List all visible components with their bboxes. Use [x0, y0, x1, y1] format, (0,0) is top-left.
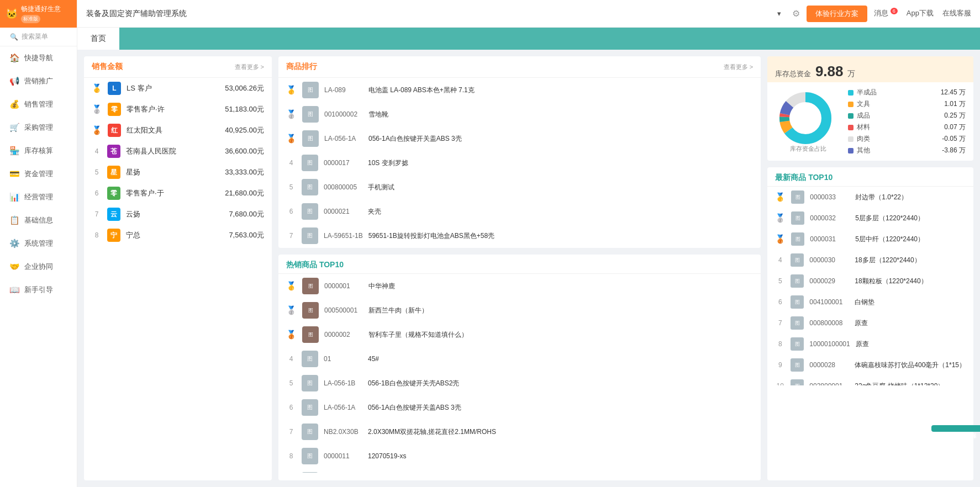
topbar: 装备及固定资产辅助管理系统 ▾ ⚙ 体验行业方案 消息 6 App下载 在线客服 — [77, 0, 980, 28]
message-label: 消息 — [874, 9, 888, 18]
legend-item-3: 材料 0.07 万 — [848, 123, 966, 132]
hot-product-row-2: 🥉 图 0000002 智利车子里（规格不知道填什么） — [278, 322, 761, 347]
latest-product-img-6: 图 — [791, 316, 804, 330]
hot-product-img-8: 图 — [302, 472, 318, 473]
sidebar-nav-item-2[interactable]: 💰销售管理 — [0, 93, 77, 116]
nav-label-6: 经营管理 — [24, 192, 53, 202]
customer-avatar-6: 云 — [107, 208, 120, 221]
legend-item-4: 肉类 -0.05 万 — [848, 134, 966, 144]
sales-ranking-more[interactable]: 查看更多 > — [235, 63, 264, 71]
latest-products-header: 最新商品 TOP10 — [767, 167, 973, 187]
product-rank-code-0: LA-089 — [324, 86, 363, 94]
hot-product-name-5: 056-1A白色按键开关盖ABS 3壳 — [368, 403, 753, 412]
rank-num: 6 — [92, 189, 102, 197]
hot-product-code-7: 0000011 — [324, 452, 362, 460]
customer-amount-6: 7,680.00元 — [229, 209, 264, 219]
nav-label-7: 基础信息 — [24, 215, 53, 225]
sidebar-nav-item-8[interactable]: ⚙️系统管理 — [0, 232, 77, 255]
legend-value-4: -0.05 万 — [942, 134, 966, 144]
donut-svg — [775, 88, 836, 149]
hot-product-name-0: 中华神鹿 — [368, 282, 753, 291]
hot-product-row-4: 5 图 LA-056-1B 056-1B白色按键开关壳ABS2壳 — [278, 371, 761, 395]
nav-icon-2: 💰 — [9, 99, 20, 109]
online-service-link[interactable]: 在线客服 — [942, 8, 971, 18]
sidebar-nav-item-7[interactable]: 📋基础信息 — [0, 209, 77, 232]
customer-row-0: 🥇 L LS 客户 53,006.26元 — [84, 78, 272, 99]
product-rank-img-6: 图 — [302, 227, 318, 244]
latest-product-row-3: 4 图 0000030 18多层（1220*2440） — [767, 250, 973, 271]
product-rank-name-2: 056-1A白色按键开关盖ABS 3壳 — [368, 134, 753, 144]
sales-ranking-list: 🥇 L LS 客户 53,006.26元 🥈 零 零售客户·许 51,183.0… — [84, 78, 272, 246]
legend-dot-0 — [848, 90, 853, 96]
rank-num: 7 — [92, 210, 102, 218]
search-label: 搜索菜单 — [22, 32, 48, 41]
sidebar-nav-item-1[interactable]: 📢营销推广 — [0, 70, 77, 93]
gear-icon[interactable]: ⚙ — [792, 8, 800, 19]
latest-product-name-5: 白钢垫 — [855, 298, 966, 307]
product-rank-row-1: 🥈 图 001000002 雪地靴 — [278, 102, 761, 126]
latest-product-row-2: 🥉 图 0000031 5层中纤（1220*2440） — [767, 229, 973, 250]
float-customer-service[interactable]: 客服 热线 服务 社区 直播 — [931, 425, 980, 432]
mid-column: 商品排行 查看更多 > 🥇 图 LA-089 电池盖 LA-089 ABS本色+… — [278, 56, 761, 480]
nav-label-9: 企业协同 — [24, 262, 53, 272]
inventory-value: 9.88 — [815, 63, 844, 80]
sidebar-nav-item-3[interactable]: 🛒采购管理 — [0, 116, 77, 139]
latest-products-title: 最新商品 TOP10 — [775, 173, 833, 182]
rank-num: 7 — [775, 319, 785, 327]
subnav-home[interactable]: 首页 — [77, 28, 119, 50]
legend-name-2: 成品 — [857, 111, 941, 120]
inventory-body: 库存资金占比 半成品 12.45 万 文具 1.01 万 成品 0.25 万 材… — [767, 82, 973, 161]
inventory-header-bg: 库存总资金 9.88 万 — [767, 56, 973, 82]
topbar-dropdown[interactable]: ▾ — [777, 9, 781, 18]
customer-amount-1: 51,183.00元 — [225, 104, 264, 114]
customer-amount-3: 36,600.00元 — [225, 146, 264, 156]
hot-product-img-0: 图 — [302, 278, 319, 294]
latest-product-row-1: 🥈 图 0000032 5层多层（1220*2440） — [767, 208, 973, 229]
latest-product-img-5: 图 — [791, 295, 804, 309]
legend-name-3: 材料 — [857, 123, 941, 132]
logo-icon: 🐱 — [6, 8, 18, 20]
product-ranking-more[interactable]: 查看更多 > — [724, 63, 753, 71]
message-link[interactable]: 消息 6 — [874, 8, 898, 18]
product-rank-img-5: 图 — [302, 203, 318, 220]
nav-icon-7: 📋 — [9, 215, 20, 225]
latest-product-img-8: 图 — [791, 358, 804, 372]
latest-product-row-0: 🥇 图 0000033 封边带（1.0*22） — [767, 187, 973, 208]
sales-ranking-panel: 销售金额 查看更多 > 🥇 L LS 客户 53,006.26元 🥈 零 零售客… — [84, 56, 272, 480]
product-ranking-panel: 商品排行 查看更多 > 🥇 图 LA-089 电池盖 LA-089 ABS本色+… — [278, 56, 761, 248]
donut-label: 库存资金占比 — [775, 145, 841, 153]
medal-gold: 🥇 — [286, 85, 297, 95]
nav-icon-10: 📖 — [9, 285, 20, 295]
search-menu[interactable]: 🔍 搜索菜单 — [0, 28, 77, 46]
customer-name-5: 零售客户·于 — [126, 188, 219, 198]
hot-product-row-1: 🥈 图 000500001 新西兰牛肉（新牛） — [278, 298, 761, 322]
app-download-link[interactable]: App下载 — [907, 8, 934, 18]
trial-button[interactable]: 体验行业方案 — [807, 6, 867, 22]
hot-product-code-1: 000500001 — [324, 306, 363, 314]
sidebar-nav-item-4[interactable]: 🏪库存核算 — [0, 139, 77, 162]
sidebar-nav-item-10[interactable]: 📖新手引导 — [0, 278, 77, 301]
hot-products-header: 热销商品 TOP10 — [278, 255, 761, 274]
sidebar-nav-item-6[interactable]: 📊经营管理 — [0, 186, 77, 209]
hot-product-code-2: 0000002 — [324, 331, 363, 338]
hot-product-name-6: 2.0X30MM双搓花轴,搓花直径2.1MM/ROHS — [368, 427, 753, 437]
nav-icon-8: ⚙️ — [9, 239, 20, 248]
customer-row-2: 🥉 红 红太阳文具 40,925.00元 — [84, 120, 272, 141]
logo-app-name: 畅捷通好生意 — [21, 4, 61, 14]
customer-name-4: 星扬 — [126, 167, 219, 177]
legend-dot-2 — [848, 113, 853, 119]
logo-version: 标准版 — [21, 15, 40, 23]
sidebar-nav-item-5[interactable]: 💳资金管理 — [0, 162, 77, 186]
sidebar-nav-item-9[interactable]: 🤝企业协同 — [0, 255, 77, 278]
legend-dot-3 — [848, 125, 853, 130]
product-rank-name-0: 电池盖 LA-089 ABS本色+黑种 7.1克 — [368, 86, 753, 95]
product-rank-name-3: 10S 变刹罗摅 — [368, 158, 753, 168]
medal-gold: 🥇 — [286, 281, 297, 291]
latest-product-code-0: 0000033 — [810, 193, 850, 201]
medal-silver: 🥈 — [286, 109, 297, 119]
rank-num: 8 — [286, 452, 296, 460]
rank-num: 5 — [286, 183, 296, 191]
customer-name-1: 零售客户·许 — [127, 104, 219, 114]
sidebar-nav-item-0[interactable]: 🏠快捷导航 — [0, 46, 77, 70]
hot-product-img-5: 图 — [302, 399, 318, 416]
